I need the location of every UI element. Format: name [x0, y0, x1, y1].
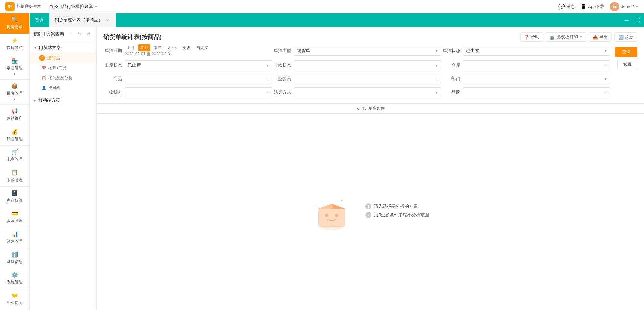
- main-layout: 🔍 搜索菜单 ⚡ 快捷导航 🏪 零售管理 ▼ 📦 批发管理 ▲ 📢 营销推广 💰…: [0, 13, 644, 310]
- svg-text:✦: ✦: [315, 205, 317, 208]
- collapse-label: 收起更多条件: [361, 106, 385, 111]
- svg-point-1: [325, 214, 328, 217]
- sidebar-item-system[interactable]: ⚙️ 系统管理: [0, 268, 29, 289]
- date-tab-this-year[interactable]: 本年: [152, 44, 164, 51]
- message-icon: 💬: [558, 4, 565, 10]
- logo-text: 畅捷通好生意: [17, 4, 41, 9]
- date-tab-last-month[interactable]: 上月: [125, 44, 137, 51]
- sidebar-item-quicknav[interactable]: ⚡ 快捷导航: [0, 34, 29, 54]
- collapse-bar[interactable]: ∧ 收起更多条件: [97, 104, 644, 114]
- date-tab-this-month[interactable]: 本月: [138, 44, 150, 51]
- tab-active[interactable]: 销货单统计表（按商品） ×: [49, 13, 116, 27]
- operation-icon: 📊: [11, 231, 18, 237]
- sidebar-item-basic[interactable]: ℹ️ 基础信息: [0, 248, 29, 268]
- brand-label: 品牌: [441, 89, 460, 95]
- scheme-item-by-goods[interactable]: 按 按商品: [30, 53, 96, 63]
- add-scheme-btn[interactable]: +: [67, 30, 75, 38]
- chevron-icon-retail: ▼: [13, 72, 16, 76]
- filter-brand-field: 品牌 ···: [441, 87, 610, 97]
- basic-icon: ℹ️: [11, 251, 18, 258]
- finance-icon: 💳: [11, 210, 18, 217]
- quicknav-icon: ⚡: [11, 37, 18, 44]
- dept-arrow: ▼: [604, 77, 607, 81]
- group-pc-label: 电脑端方案: [39, 45, 61, 51]
- brand-select[interactable]: ···: [463, 87, 610, 97]
- outstatus-select[interactable]: 已出库 ▼: [125, 60, 272, 70]
- scheme-sub-item-driver[interactable]: 👤 按司机: [30, 83, 96, 93]
- tab-home-label: 首页: [35, 17, 44, 23]
- docstatus-select[interactable]: 已生效 ▼: [463, 46, 610, 56]
- list-icon: 📋: [42, 76, 46, 80]
- salesman-ellipsis: ···: [436, 77, 438, 81]
- warehouse-label: 仓库: [441, 62, 460, 68]
- filter-consignee-field: 收货人 ···: [103, 87, 272, 97]
- tab-minimize-btn[interactable]: —: [623, 16, 631, 24]
- empty-hint-1: 1 请先选择要分析的方案: [365, 203, 429, 209]
- refresh-icon: 🔄: [618, 35, 624, 40]
- docstatus-arrow: ▼: [604, 49, 607, 53]
- retail-icon: 🏪: [11, 58, 18, 64]
- tab-expand-btn[interactable]: ⛶: [633, 16, 641, 24]
- scheme-group-pc-header[interactable]: ▼ 电脑端方案: [30, 43, 96, 53]
- industry-name: 办公用品行业模拟账套: [49, 4, 93, 10]
- date-tab-custom[interactable]: 自定义: [194, 44, 210, 51]
- sidebar-item-marketing[interactable]: 📢 营销推广: [0, 105, 29, 125]
- scheme-sub-item-goods-category[interactable]: 📋 按商品品分类: [30, 73, 96, 83]
- message-label: 消息: [566, 4, 575, 10]
- dept-select[interactable]: ▼: [463, 74, 610, 84]
- sidebar-item-retail[interactable]: 🏪 零售管理 ▼: [0, 54, 29, 80]
- top-bar-right: 💬 消息 📱 App下载 Ea demo2 ▼: [558, 2, 639, 11]
- warehouse-select[interactable]: ···: [463, 60, 610, 70]
- date-tabs: 上月 本月 本年 近7天 更多 自定义: [125, 44, 272, 51]
- refresh-btn[interactable]: 🔄 刷新: [614, 32, 637, 42]
- purchase-icon: 📋: [11, 169, 18, 176]
- edit-scheme-btn[interactable]: ✎: [76, 30, 84, 38]
- paystatus-select[interactable]: ▼: [294, 60, 441, 70]
- filter-date-field: 单据日期 上月 本月 本年 近7天 更多 自定义: [103, 44, 272, 57]
- search-icon: 🔍: [11, 17, 18, 23]
- template-print-btn[interactable]: 🖨️ 按模板打印 ▼: [546, 32, 586, 42]
- salesman-label: 业务员: [272, 76, 291, 82]
- sidebar-item-finance[interactable]: 💳 资金管理: [0, 207, 29, 227]
- doctype-select[interactable]: 销货单 ▼: [294, 46, 441, 56]
- sidebar-item-cooperation[interactable]: 🤝 企业协同: [0, 289, 29, 309]
- help-btn[interactable]: ❓ 帮助: [520, 32, 543, 42]
- message-action[interactable]: 💬 消息: [558, 4, 575, 10]
- sidebar-item-ecommerce[interactable]: 🛒 电商管理: [0, 146, 29, 166]
- empty-svg: ✦ ✦ ✦: [312, 192, 352, 232]
- consignee-select[interactable]: ···: [125, 87, 272, 97]
- sidebar-item-sales[interactable]: 💰 销售管理: [0, 125, 29, 146]
- industry-selector[interactable]: 办公用品行业模拟账套 ▼: [49, 4, 98, 10]
- date-tab-more[interactable]: 更多: [181, 44, 193, 51]
- tab-home[interactable]: 首页: [30, 13, 49, 27]
- salesman-select[interactable]: ···: [294, 74, 441, 84]
- sidebar-item-search[interactable]: 🔍 搜索菜单: [0, 13, 29, 34]
- settings-button[interactable]: 设置: [617, 59, 637, 69]
- username: demo2: [621, 4, 634, 9]
- user-action[interactable]: Ea demo2 ▼: [610, 2, 639, 11]
- sidebar-item-operation[interactable]: 📊 经营管理: [0, 227, 29, 248]
- left-panel-header: 按以下方案查询 + ✎ «: [30, 27, 96, 41]
- chevron-icon-wholesale: ▲: [13, 98, 16, 101]
- filter-salesman-field: 业务员 ···: [272, 74, 441, 84]
- app-download-action[interactable]: 📱 App下载: [580, 4, 604, 10]
- tab-close-icon[interactable]: ×: [105, 17, 110, 23]
- query-button[interactable]: 查询: [615, 47, 637, 57]
- sidebar-item-wholesale[interactable]: 📦 批发管理 ▲: [0, 80, 29, 105]
- marketing-icon: 📢: [11, 108, 18, 114]
- sidebar-item-inventory[interactable]: 🗄️ 库存核算: [0, 187, 29, 207]
- filter-dept-field: 部门 ▼: [441, 74, 610, 84]
- avatar: Ea: [610, 2, 619, 11]
- scheme-group-mobile-header[interactable]: ▶ 移动端方案: [30, 95, 96, 105]
- payment-select[interactable]: ▼: [294, 87, 441, 97]
- date-tab-7days[interactable]: 近7天: [165, 44, 179, 51]
- scheme-sub-item-month-goods[interactable]: 📅 按月+商品: [30, 63, 96, 73]
- sidebar-basic-label: 基础信息: [7, 259, 23, 265]
- sidebar-item-purchase[interactable]: 📋 采购管理: [0, 166, 29, 187]
- collapse-panel-btn[interactable]: «: [85, 30, 92, 38]
- tab-bar-actions: — ⛶: [623, 16, 644, 24]
- goods-select[interactable]: ···: [125, 74, 272, 84]
- doctype-value: 销货单: [297, 48, 310, 54]
- left-panel-title: 按以下方案查询: [34, 31, 64, 37]
- export-btn[interactable]: 📤 导出: [589, 32, 612, 42]
